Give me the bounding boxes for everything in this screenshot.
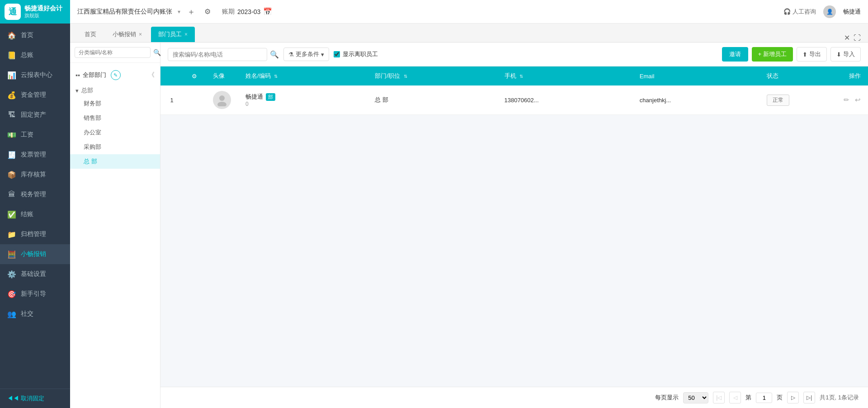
sidebar-label-invoice-mgmt: 发票管理 bbox=[21, 151, 46, 159]
tab-close-all-button[interactable]: ✕ bbox=[844, 33, 850, 42]
social-icon: 👥 bbox=[7, 309, 16, 318]
sidebar-item-basic-settings[interactable]: ⚙️ 基础设置 bbox=[0, 264, 70, 284]
sort-dept-icon: ⇅ bbox=[404, 74, 407, 79]
col-actions: 操作 bbox=[814, 66, 868, 85]
tab-deptemployee[interactable]: 部门员工 × bbox=[151, 27, 195, 42]
logout-button[interactable]: ↩ bbox=[855, 96, 861, 104]
edit-button[interactable]: ✏ bbox=[844, 96, 849, 104]
col-phone[interactable]: 手机 ⇅ bbox=[497, 66, 632, 85]
sidebar-item-ledger[interactable]: 📒 总账 bbox=[0, 45, 70, 65]
sidebar-label-archive-mgmt: 归档管理 bbox=[21, 230, 46, 238]
main-area: 江西服宝精品有限责任公司内账张 ▾ ＋ ⚙ 账期 2023-03 📅 🎧 人工咨… bbox=[70, 0, 868, 408]
app-version: 旗舰版 bbox=[24, 12, 62, 19]
dept-search-bar: 🔍 bbox=[70, 43, 160, 63]
tax-mgmt-icon: 🏛 bbox=[7, 190, 16, 199]
sidebar-item-reports[interactable]: 📊 云报表中心 bbox=[0, 65, 70, 85]
sidebar-item-inventory[interactable]: 📦 库存核算 bbox=[0, 165, 70, 185]
toolbar-right: 邀请 + 新增员工 ⬆ 导出 ⬇ 导入 bbox=[722, 47, 861, 62]
col-avatar: 头像 bbox=[206, 66, 238, 85]
import-button[interactable]: ⬇ 导入 bbox=[830, 47, 861, 62]
dept-search-button[interactable]: 🔍 bbox=[153, 49, 161, 56]
page-number-input[interactable] bbox=[756, 393, 772, 403]
dept-badge: 部 bbox=[266, 93, 275, 101]
settings-button[interactable]: ⚙ bbox=[202, 6, 213, 17]
sidebar-label-social: 社交 bbox=[21, 310, 33, 318]
emp-search-button[interactable]: 🔍 bbox=[270, 50, 279, 59]
dept-collapse-button[interactable]: 《 bbox=[148, 71, 155, 79]
dept-item-office[interactable]: 办公室 bbox=[70, 125, 160, 140]
export-button[interactable]: ⬆ 导出 bbox=[797, 47, 827, 62]
sidebar-item-assets-mgmt[interactable]: 💰 资金管理 bbox=[0, 85, 70, 105]
dept-item-purchase[interactable]: 采购部 bbox=[70, 140, 160, 154]
sidebar-item-tax-mgmt[interactable]: 🏛 税务管理 bbox=[0, 185, 70, 204]
sidebar-item-salary[interactable]: 💵 工资 bbox=[0, 125, 70, 145]
sidebar-label-settlement: 结账 bbox=[21, 210, 33, 218]
per-page-select[interactable]: 50 10 20 100 bbox=[683, 392, 708, 403]
sidebar-item-archive-mgmt[interactable]: 📁 归档管理 bbox=[0, 224, 70, 244]
prev-page-button[interactable]: ◁ bbox=[729, 392, 741, 403]
tab-expand-button[interactable]: ⛶ bbox=[854, 34, 861, 42]
per-page-label: 每页显示 bbox=[655, 394, 679, 402]
add-emp-label: + 新增员工 bbox=[758, 50, 787, 58]
show-resigned-label[interactable]: 显示离职员工 bbox=[334, 50, 378, 58]
sidebar-item-social[interactable]: 👥 社交 bbox=[0, 304, 70, 324]
tab-xiaochangbaoxiao-close[interactable]: × bbox=[139, 31, 142, 38]
show-resigned-text: 显示离职员工 bbox=[343, 50, 378, 58]
filter-more-button[interactable]: ⚗ 更多条件 ▾ bbox=[283, 47, 329, 61]
tab-home[interactable]: 首页 bbox=[77, 27, 104, 42]
export-icon: ⬆ bbox=[802, 51, 807, 58]
status-badge: 正常 bbox=[767, 95, 789, 106]
headset-icon: 🎧 bbox=[783, 8, 791, 15]
unpin-label: ◀◀ 取消固定 bbox=[7, 394, 44, 403]
sidebar-item-invoice-mgmt[interactable]: 🧾 发票管理 bbox=[0, 145, 70, 165]
pagination-bar: 每页显示 50 10 20 100 |◁ ◁ 第 页 ▷ ▷| 共1页, 1条记… bbox=[160, 387, 868, 408]
col-settings[interactable]: ⚙ bbox=[183, 66, 206, 85]
last-page-button[interactable]: ▷| bbox=[803, 392, 815, 403]
inventory-icon: 📦 bbox=[7, 170, 16, 179]
calendar-icon[interactable]: 📅 bbox=[263, 7, 272, 16]
invite-button[interactable]: 邀请 bbox=[722, 47, 748, 62]
app-name: 畅捷通好会计 bbox=[24, 5, 62, 12]
sidebar-label-salary: 工资 bbox=[21, 131, 33, 139]
left-dept-panel: 🔍 ▪▪ 全部部门 ✎ 《 ▾ 总部 财务部 销售部 办公室 采购部 总 部 bbox=[70, 43, 160, 408]
newbie-guide-icon: 🎯 bbox=[7, 289, 16, 299]
first-page-button[interactable]: |◁ bbox=[713, 392, 725, 403]
tab-deptemployee-close[interactable]: × bbox=[184, 31, 188, 38]
emp-search-input[interactable] bbox=[168, 48, 267, 61]
add-employee-button[interactable]: + 新增员工 bbox=[752, 47, 793, 62]
export-label: 导出 bbox=[809, 50, 821, 58]
sidebar-label-xiaochangbaoxiao: 小畅报销 bbox=[21, 250, 46, 258]
sidebar-item-newbie-guide[interactable]: 🎯 新手引导 bbox=[0, 284, 70, 304]
dept-item-finance[interactable]: 财务部 bbox=[70, 96, 160, 111]
sidebar-item-home[interactable]: 🏠 首页 bbox=[0, 25, 70, 45]
import-icon: ⬇ bbox=[836, 51, 841, 58]
dept-edit-button[interactable]: ✎ bbox=[111, 70, 121, 80]
next-page-button[interactable]: ▷ bbox=[787, 392, 799, 403]
col-name-code[interactable]: 姓名/编码 ⇅ bbox=[238, 66, 368, 85]
col-dept-position[interactable]: 部门/职位 ⇅ bbox=[368, 66, 497, 85]
sidebar-item-xiaochangbaoxiao[interactable]: 🧮 小畅报销 bbox=[0, 244, 70, 264]
company-dropdown-icon[interactable]: ▾ bbox=[178, 9, 180, 15]
cell-phone: 138070602... bbox=[497, 85, 632, 115]
sidebar-pin-toggle[interactable]: ◀◀ 取消固定 bbox=[0, 389, 70, 408]
tab-xiaochangbaoxiao[interactable]: 小畅报销 × bbox=[105, 27, 149, 42]
sidebar-label-inventory: 库存核算 bbox=[21, 171, 46, 179]
dept-item-sales[interactable]: 销售部 bbox=[70, 111, 160, 125]
dept-all-header[interactable]: ▪▪ 全部部门 ✎ 《 bbox=[70, 66, 160, 84]
svg-point-0 bbox=[219, 95, 225, 101]
cell-status: 正常 bbox=[760, 85, 814, 115]
support-button[interactable]: 🎧 人工咨询 bbox=[783, 8, 816, 16]
ledger-icon: 📒 bbox=[7, 51, 16, 60]
sidebar-item-settlement[interactable]: ✅ 结账 bbox=[0, 204, 70, 224]
sidebar-logo: 通 畅捷通好会计 旗舰版 bbox=[0, 0, 70, 24]
show-resigned-checkbox[interactable] bbox=[334, 51, 340, 57]
add-company-button[interactable]: ＋ bbox=[186, 6, 197, 17]
tab-bar-controls: ✕ ⛶ bbox=[844, 33, 861, 42]
filter-icon: ⚗ bbox=[288, 51, 294, 58]
avatar-icon: 👤 bbox=[826, 9, 833, 15]
sidebar-label-fixed-assets: 固定资产 bbox=[21, 111, 46, 119]
dept-search-input[interactable] bbox=[75, 47, 151, 58]
dept-item-general[interactable]: 总 部 bbox=[70, 154, 160, 169]
company-name: 江西服宝精品有限责任公司内账张 bbox=[77, 8, 172, 16]
sidebar-item-fixed-assets[interactable]: 🏗 固定资产 bbox=[0, 105, 70, 125]
